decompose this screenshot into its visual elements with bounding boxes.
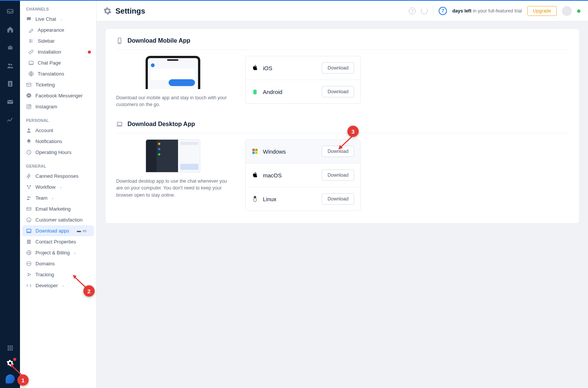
sidebar-item-contact-properties[interactable]: Contact Properties — [20, 236, 96, 247]
sidebar-item-label: Download apps — [35, 228, 69, 234]
download-row-ios: iOSDownload — [246, 56, 360, 80]
desktop-section-header: Download Desktop App — [116, 121, 568, 133]
download-button-linux[interactable]: Download — [322, 193, 354, 205]
svg-rect-9 — [8, 345, 9, 346]
home-icon[interactable] — [6, 26, 14, 33]
sidebar-item-label: Workflow — [35, 184, 55, 190]
svg-rect-12 — [8, 347, 9, 348]
sidebar-item-label: Canned Responses — [35, 173, 78, 179]
svg-point-7 — [9, 82, 11, 84]
sidebar-item-installation[interactable]: Installation — [20, 46, 96, 57]
mobile-download-table: iOSDownloadAndroidDownload — [245, 56, 361, 104]
sidebar-item-email-marketing[interactable]: Email Marketing — [20, 203, 96, 214]
brand-logo[interactable] — [6, 374, 15, 383]
sidebar-item-team[interactable]: Team› — [20, 192, 96, 203]
sidebar-item-notifications[interactable]: Notifications — [20, 136, 96, 147]
sidebar-item-translations[interactable]: Translations — [20, 68, 96, 79]
apps-grid-icon[interactable] — [6, 344, 14, 352]
download-button-android[interactable]: Download — [322, 86, 354, 97]
download-apps-card: Download Mobile App Download our mobile … — [106, 29, 579, 223]
ios-icon — [252, 65, 258, 71]
sidebar-item-account[interactable]: Account — [20, 125, 96, 136]
sidebar-item-tracking[interactable]: Tracking — [20, 269, 96, 280]
page-title: Settings — [115, 7, 145, 15]
annotation-2: 2 — [83, 285, 95, 297]
download-button-ios[interactable]: Download — [322, 62, 354, 74]
sidebar-item-icon — [26, 228, 32, 234]
mobile-section-header: Download Mobile App — [116, 37, 568, 50]
os-name: iOS — [263, 65, 317, 71]
download-button-macos[interactable]: Download — [322, 169, 354, 181]
sidebar-item-instagram[interactable]: Instagram — [20, 101, 96, 112]
svg-rect-42 — [255, 149, 258, 151]
sidebar-item-label: Customer satisfaction — [35, 217, 83, 223]
sidebar-item-live-chat[interactable]: Live Chat› — [20, 14, 96, 25]
nav-rail — [0, 1, 20, 388]
sidebar-item-domains[interactable]: Domains — [20, 258, 96, 269]
inbox-icon[interactable] — [6, 8, 14, 15]
sidebar-item-label: Instagram — [35, 104, 57, 109]
notification-dot — [88, 51, 91, 54]
svg-rect-16 — [9, 349, 11, 350]
sidebar-item-workflow[interactable]: Workflow› — [20, 182, 96, 192]
sidebar-group-label: GENERAL — [20, 158, 96, 171]
svg-point-30 — [29, 197, 30, 198]
sidebar-item-icon — [26, 104, 32, 109]
sidebar-item-icon — [26, 128, 32, 133]
svg-point-22 — [28, 106, 30, 108]
gear-icon — [103, 7, 112, 15]
sidebar-item-label: Project & Billing — [35, 250, 70, 256]
svg-rect-13 — [9, 347, 11, 348]
sidebar-item-icon — [26, 149, 32, 155]
sidebar-item-icon — [26, 195, 32, 201]
sidebar-group-label: CHANNELS — [20, 1, 96, 14]
sidebar-item-customer-satisfaction[interactable]: Customer satisfaction — [20, 214, 96, 225]
avatar[interactable] — [562, 6, 572, 16]
upgrade-button[interactable]: Upgrade — [527, 6, 557, 16]
mail-icon[interactable] — [6, 98, 14, 106]
sidebar-item-label: Live Chat — [35, 16, 56, 22]
help-icon[interactable]: ? — [409, 8, 416, 14]
sidebar-item-icon — [26, 272, 32, 277]
sidebar-item-icon — [28, 27, 34, 33]
sidebar-item-label: Chat Page — [38, 60, 61, 66]
sidebar-item-canned-responses[interactable]: Canned Responses — [20, 171, 96, 182]
sidebar-item-ticketing[interactable]: Ticketing — [20, 79, 96, 90]
svg-rect-43 — [252, 152, 255, 154]
sidebar-item-label: Sidebar — [38, 38, 55, 44]
sidebar-item-sidebar[interactable]: Sidebar — [20, 35, 96, 46]
svg-point-49 — [255, 198, 255, 199]
contacts-icon[interactable] — [6, 80, 14, 88]
refresh-icon[interactable] — [421, 8, 428, 14]
svg-point-29 — [28, 196, 29, 198]
platform-icons: ▬▭ — [75, 228, 86, 233]
bot-icon[interactable] — [6, 44, 14, 51]
sidebar-item-operating-hours[interactable]: Operating Hours — [20, 147, 96, 158]
sidebar-item-facebook-messenger[interactable]: Facebook Messenger — [20, 90, 96, 101]
svg-rect-11 — [11, 345, 12, 346]
os-name: Android — [263, 89, 317, 95]
analytics-icon[interactable] — [6, 116, 14, 124]
sidebar-item-label: Tracking — [35, 272, 54, 277]
sidebar-item-icon — [26, 16, 32, 22]
svg-point-23 — [30, 105, 30, 105]
sidebar-item-project-billing[interactable]: Project & Billing› — [20, 247, 96, 258]
sidebar-item-icon — [26, 93, 32, 99]
svg-rect-10 — [9, 345, 11, 346]
sidebar-item-appearance[interactable]: Appearance — [20, 25, 96, 35]
people-icon[interactable] — [6, 62, 14, 69]
svg-point-38 — [254, 89, 254, 90]
sidebar-item-download-apps[interactable]: Download apps▬▭ — [22, 225, 94, 236]
sidebar-item-label: Ticketing — [35, 82, 55, 88]
svg-rect-1 — [8, 46, 12, 49]
mobile-section-title: Download Mobile App — [127, 37, 190, 44]
svg-point-3 — [11, 48, 12, 48]
desktop-desc: Download desktop app to use the chat whe… — [116, 178, 229, 198]
settings-notification-dot — [13, 358, 16, 361]
phone-icon — [116, 37, 123, 44]
sidebar-item-chat-page[interactable]: Chat Page — [20, 57, 96, 68]
rail-settings[interactable] — [6, 359, 14, 367]
sidebar-item-label: Appearance — [38, 27, 64, 33]
desktop-download-table: WindowsDownloadmacOSDownloadLinuxDownloa… — [245, 139, 361, 211]
download-button-windows[interactable]: Download — [322, 146, 354, 157]
